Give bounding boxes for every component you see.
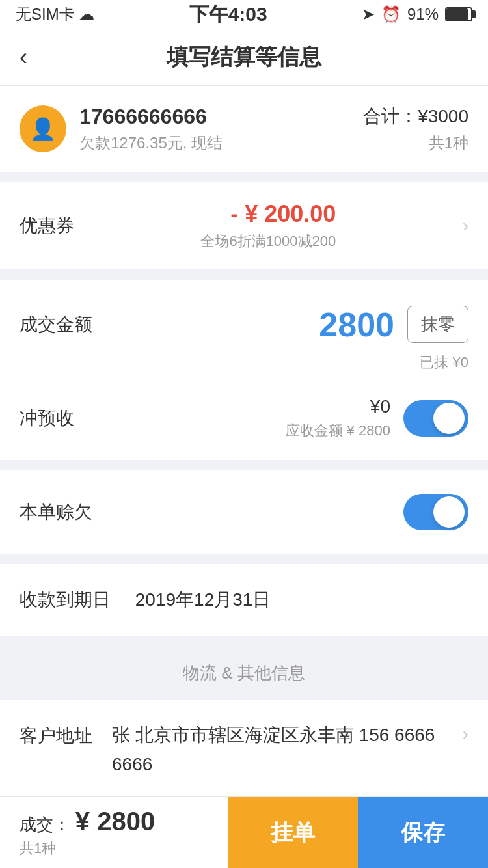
prereceive-value: ¥0	[286, 396, 390, 417]
address-label: 客户地址	[20, 721, 92, 748]
prereceive-right: ¥0 应收金额 ¥ 2800	[286, 396, 468, 441]
customer-left: 👤 17666666666 欠款1276.35元, 现结	[20, 105, 223, 154]
page-title: 填写结算等信息	[167, 42, 321, 72]
status-time: 下午4:03	[189, 1, 267, 28]
trade-sub: 已抹 ¥0	[420, 354, 468, 370]
total-count: 共1种	[363, 133, 468, 154]
back-button[interactable]: ‹	[20, 44, 27, 71]
bottom-trade-amount: ¥ 2800	[75, 807, 155, 835]
logistics-label: 物流 & 其他信息	[183, 662, 305, 685]
debt-label: 本单赊欠	[20, 500, 92, 524]
prereceive-val-wrap: ¥0 应收金额 ¥ 2800	[286, 396, 390, 441]
prereceive-row: 冲预收 ¥0 应收金额 ¥ 2800	[20, 383, 468, 447]
coupon-section[interactable]: 优惠券 - ¥ 200.00 全场6折满1000减200 ›	[0, 182, 488, 269]
coupon-desc: 全场6折满1000减200	[200, 232, 336, 251]
address-chevron-icon: ›	[463, 721, 468, 744]
duedate-section: 收款到期日 2019年12月31日	[0, 564, 488, 636]
status-left: 无SIM卡 ☁	[16, 4, 94, 25]
trade-section: 成交金额 2800 抹零 已抹 ¥0 冲预收 ¥0 应收金额 ¥ 2800	[0, 280, 488, 460]
sim-status: 无SIM卡 ☁	[16, 4, 94, 25]
prereceive-label: 冲预收	[20, 406, 74, 431]
customer-row: 👤 17666666666 欠款1276.35元, 现结 合计：¥3000 共1…	[0, 86, 488, 172]
status-bar: 无SIM卡 ☁ 下午4:03 ➤ ⏰ 91%	[0, 0, 488, 29]
toggle-knob	[433, 403, 465, 434]
bottom-bar: 成交： ¥ 2800 共1种 挂单 保存	[0, 796, 488, 868]
trade-label: 成交金额	[20, 312, 92, 337]
customer-phone: 17666666666	[79, 105, 223, 129]
trade-right: 2800 抹零	[319, 306, 468, 343]
debt-section: 本单赊欠	[0, 470, 488, 554]
nav-bar: ‹ 填写结算等信息	[0, 29, 488, 86]
coupon-right: - ¥ 200.00 全场6折满1000减200	[200, 200, 336, 251]
coupon-chevron-icon: ›	[463, 215, 468, 236]
alarm-icon: ⏰	[381, 5, 401, 23]
prereceive-toggle[interactable]	[403, 400, 468, 437]
battery-status: 91%	[407, 5, 439, 23]
duedate-value: 2019年12月31日	[135, 590, 271, 610]
status-right: ➤ ⏰ 91%	[362, 5, 472, 23]
customer-right: 合计：¥3000 共1种	[363, 104, 468, 154]
logistics-divider: 物流 & 其他信息	[0, 646, 488, 700]
debt-toggle-knob	[433, 496, 465, 528]
bottom-trade-label: 成交：	[20, 815, 70, 834]
coupon-label: 优惠券	[20, 213, 74, 238]
coupon-discount: - ¥ 200.00	[200, 200, 336, 228]
round-button[interactable]: 抹零	[407, 306, 468, 343]
prereceive-sub: 应收金额 ¥ 2800	[286, 421, 390, 441]
debt-row: 本单赊欠	[0, 470, 488, 554]
divider-line-left	[20, 673, 170, 673]
location-icon: ➤	[362, 5, 375, 23]
avatar: 👤	[20, 105, 66, 152]
divider-line-right	[318, 673, 468, 673]
hang-button[interactable]: 挂单	[228, 797, 358, 868]
content-area: 👤 17666666666 欠款1276.35元, 现结 合计：¥3000 共1…	[0, 86, 488, 868]
debt-toggle[interactable]	[403, 494, 468, 530]
total-amount: 合计：¥3000	[363, 104, 468, 129]
duedate-label: 收款到期日	[20, 590, 111, 610]
bottom-trade-row: 成交： ¥ 2800	[20, 807, 208, 836]
battery-icon	[445, 7, 472, 21]
customer-debt: 欠款1276.35元, 现结	[79, 133, 223, 154]
address-content: 张 北京市市辖区海淀区永丰南 156 6666 6666	[112, 721, 443, 780]
trade-amount: 2800	[319, 308, 394, 342]
bottom-count: 共1种	[20, 839, 208, 858]
save-button[interactable]: 保存	[358, 797, 488, 868]
customer-info: 17666666666 欠款1276.35元, 现结	[79, 105, 223, 154]
address-section[interactable]: 客户地址 张 北京市市辖区海淀区永丰南 156 6666 6666 ›	[0, 700, 488, 800]
bottom-info: 成交： ¥ 2800 共1种	[0, 797, 228, 868]
trade-row: 成交金额 2800 抹零	[20, 298, 468, 351]
